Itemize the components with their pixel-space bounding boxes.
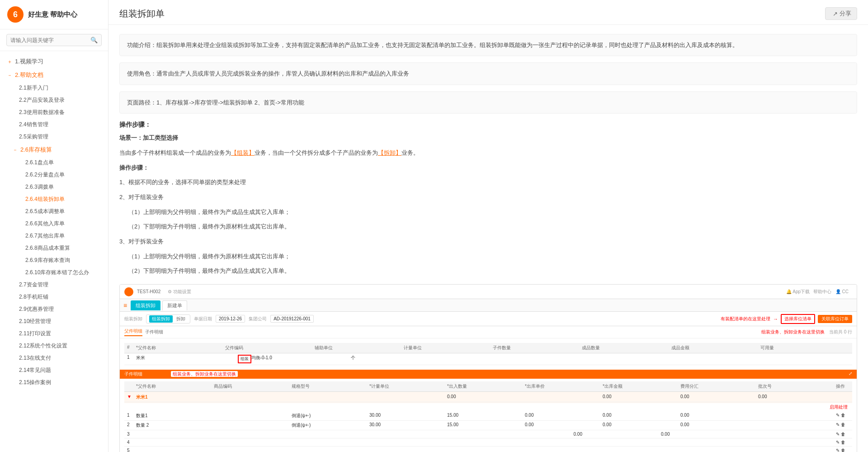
annotation-3-container: 启用处理: [124, 403, 852, 411]
sidebar-item-2-13[interactable]: 2.13在线支付: [0, 352, 108, 364]
fake-logo: [124, 287, 133, 296]
fake-table-area-upper: # *父件名称 父件编码 辅助单位 计量单位 子件数量 成品数量 成品金额 可用…: [120, 338, 857, 370]
sidebar-item-2-3[interactable]: 2.3使用前数据准备: [0, 106, 108, 119]
share-icon: ↗: [833, 10, 838, 17]
sidebar-item-2-6-2[interactable]: 2.6.2分量盘点单: [0, 169, 108, 181]
sidebar-item-2-6-4[interactable]: 2.6.4组装拆卸单: [0, 193, 108, 205]
fake-lower-row-4: 4 ✎ 🗑: [124, 438, 852, 447]
annotation-arrow-1: →: [773, 316, 778, 322]
annotation-1: 有装配清单的在这里处理: [721, 316, 770, 322]
main-header: 组装拆卸单 ↗ 分享: [108, 0, 868, 25]
steps-title: 操作步骤：: [119, 121, 857, 129]
sidebar-item-2-14[interactable]: 2.14常见问题: [0, 364, 108, 376]
sidebar-item-2-5[interactable]: 2.5采购管理: [0, 131, 108, 143]
toolbar-label-group: 集团公司: [249, 316, 267, 322]
sidebar-item-2-7[interactable]: 2.7资金管理: [0, 279, 108, 291]
nav-tree: ＋ 1.视频学习 － 2.帮助文档 2.1新手入门 2.2产品安装及登录 2.3…: [0, 51, 108, 452]
sidebar-item-2-1[interactable]: 2.1新手入门: [0, 82, 108, 94]
fake-icons: 🔔 App下载 帮助中心 👤 CC: [786, 289, 849, 295]
sidebar-item-2-6-1[interactable]: 2.6.1盘点单: [0, 157, 108, 169]
fake-expand-icon: ⤢: [849, 371, 852, 376]
sidebar-item-2-12[interactable]: 2.12系统个性化设置: [0, 340, 108, 352]
annotation-2: 组装业务、拆卸业务在这里切换: [761, 329, 825, 335]
intro-block: 功能介绍：组装拆卸单用来处理企业组装或拆卸等加工业务，支持有固定装配清单的产品加…: [119, 34, 857, 56]
toolbar-type-option2[interactable]: 拆卸: [175, 315, 187, 323]
fake-tab-1[interactable]: 组装拆卸: [131, 300, 160, 310]
fake-app-bar: TEST-H002 ⚙ 功能设置 🔔 App下载 帮助中心 👤 CC: [120, 285, 857, 299]
search-input[interactable]: [10, 37, 90, 43]
step2-sub1: （1）上部明细为父件明细，最终作为产成品生成其它入库单；: [119, 207, 857, 218]
toolbar-group-value: AD-20191226-001: [270, 315, 314, 323]
search-icon[interactable]: 🔍: [90, 37, 98, 43]
fake-nav-text: ⚙ 功能设置: [168, 289, 191, 295]
scene1-desc: 当由多个子件材料组装成一个成品的业务为【组装】业务，当由一个父件拆分成多个子产品…: [119, 147, 857, 159]
zuanzhuang-link: 【组装】: [231, 149, 255, 156]
search-box: 🔍: [6, 34, 102, 46]
app-title: 好生意 帮助中心: [28, 10, 77, 19]
chaijian-link: 【拆卸】: [378, 149, 401, 156]
annotation-2-label: 组装业务、拆卸业务在这里切换: [171, 371, 238, 377]
sidebar-item-2-6-9[interactable]: 2.6.9库存账本查询: [0, 254, 108, 266]
sidebar-item-2-2[interactable]: 2.2产品安装及登录: [0, 94, 108, 106]
sidebar-item-2-4[interactable]: 2.4销售管理: [0, 119, 108, 131]
sidebar-item-2-6-5[interactable]: 2.6.5成本调整单: [0, 205, 108, 218]
sidebar-item-2-6-3[interactable]: 2.6.3调拨单: [0, 181, 108, 193]
red-box-cell: 组装: [238, 355, 251, 363]
fake-section-divider: 子件明细 组装业务、拆卸业务在这里切换 ⤢: [120, 370, 857, 379]
step3-sub1: （1）上部明细为父件明细，最终作为原材料生成其它出库单；: [119, 251, 857, 262]
main-area: 组装拆卸单 ↗ 分享 功能介绍：组装拆卸单用来处理企业组装或拆卸等加工业务，支持…: [108, 0, 868, 452]
fake-lower-section-header: ▼ 米米1 0.00 0.00 0.00 0.00: [124, 392, 852, 403]
fake-tab-icon: ≡: [123, 302, 127, 309]
sidebar-item-2-6-7[interactable]: 2.6.7其他出库单: [0, 230, 108, 242]
fake-lower-row-1: 1 数量1 倒退(ψ+·) 30.00 15.00 0.00 0.00 0.00…: [124, 411, 852, 421]
fake-screenshot: TEST-H002 ⚙ 功能设置 🔔 App下载 帮助中心 👤 CC ≡ 组装拆…: [120, 285, 857, 452]
search-area: 🔍: [0, 29, 108, 51]
plus-icon: ＋: [7, 58, 12, 65]
step2-text: 2、对于组装业务: [119, 192, 857, 203]
content-area: 功能介绍：组装拆卸单用来处理企业组装或拆卸等加工业务，支持有固定装配清单的产品加…: [108, 25, 868, 452]
fake-lower-row-2: 2 数量 2 倒退(ψ+·) 30.00 15.00 0.00 0.00 0.0…: [124, 421, 852, 430]
intro-text: 功能介绍：组装拆卸单用来处理企业组装或拆卸等加工业务，支持有固定装配清单的产品加…: [127, 42, 738, 48]
steps-label: 操作步骤：: [119, 162, 857, 174]
role-text: 使用角色：通常由生产人员或库管人员完成拆装业务的操作，库管人员确认原材料的出库和…: [127, 70, 409, 77]
fake-lower-row-header: ▼ 米米1 0.00 0.00 0.00 0.00: [124, 393, 852, 402]
sidebar-item-2-9[interactable]: 2.9优惠券管理: [0, 303, 108, 315]
fake-confirm-btn[interactable]: 关联库位订单: [818, 315, 852, 323]
select-qingdan-btn[interactable]: 选择库位清单: [781, 314, 815, 324]
share-button[interactable]: ↗ 分享: [825, 7, 857, 20]
fake-count-label: 当前共 0 行: [829, 329, 852, 335]
fake-sub-tab-active[interactable]: 父件明细: [124, 328, 142, 336]
sidebar-item-2-8[interactable]: 2.8手机旺铺: [0, 291, 108, 303]
sidebar-item-2-11[interactable]: 2.11打印设置: [0, 328, 108, 340]
fake-tab-bar: ≡ 组装拆卸 新建单: [120, 299, 857, 312]
scene1-title: 场景一：加工类型选择: [119, 133, 857, 144]
fake-app-id: TEST-H002: [137, 289, 160, 294]
sidebar-item-2-10[interactable]: 2.10经营管理: [0, 315, 108, 328]
fake-lower-row-5: 5 ✎ 🗑: [124, 447, 852, 452]
fake-tab-2[interactable]: 新建单: [162, 300, 187, 310]
sidebar: 6 好生意 帮助中心 🔍 ＋ 1.视频学习 － 2.帮助文档 2.1新手入门 2…: [0, 0, 108, 452]
annotation-3: 启用处理: [830, 404, 848, 410]
sidebar-item-2[interactable]: － 2.帮助文档: [0, 68, 108, 82]
fake-table-area-lower: *父件名称 商品编码 规格型号 *计量单位 *出入数量 *出库单价 *出库金额 …: [120, 379, 857, 452]
step1-text: 1、根据不同的业务，选择不同单据的类型来处理: [119, 177, 857, 188]
minus-icon: －: [7, 72, 12, 79]
toolbar-type-option1[interactable]: 组装拆卸: [149, 315, 173, 323]
fake-table-row-1: 1 米米 组装 均衡-0-1.0 个: [124, 353, 852, 365]
role-block: 使用角色：通常由生产人员或库管人员完成拆装业务的操作，库管人员确认原材料的出库和…: [119, 62, 857, 85]
path-block: 页面路径：1、库存核算->库存管理->组装拆卸单 2、首页->常用功能: [119, 91, 857, 114]
fake-sub-tab-2[interactable]: 子件明细: [145, 329, 163, 335]
fake-lower-row-3: 3 0.00 0.00 ✎ 🗑: [124, 430, 852, 438]
sidebar-item-2-6-6[interactable]: 2.6.6其他入库单: [0, 218, 108, 230]
sidebar-item-2-6[interactable]: － 2.6库存核算: [0, 143, 108, 157]
toolbar-label-date: 单据日期: [194, 316, 212, 322]
sidebar-item-2-6-10[interactable]: 2.6.10库存账本错了怎么办: [0, 266, 108, 279]
sidebar-item-2-6-8[interactable]: 2.6.8商品成本重算: [0, 242, 108, 254]
fake-toolbar: 组装拆卸 组装拆卸 拆卸 单据日期 2019-12-26 集团公司 AD-201…: [120, 312, 857, 326]
toolbar-date-value: 2019-12-26: [216, 315, 245, 323]
logo-icon: 6: [7, 6, 24, 23]
page-title: 组装拆卸单: [119, 8, 165, 20]
path-text: 页面路径：1、库存核算->库存管理->组装拆卸单 2、首页->常用功能: [127, 99, 304, 106]
sidebar-item-2-15[interactable]: 2.15操作案例: [0, 376, 108, 389]
sidebar-item-1[interactable]: ＋ 1.视频学习: [0, 55, 108, 68]
